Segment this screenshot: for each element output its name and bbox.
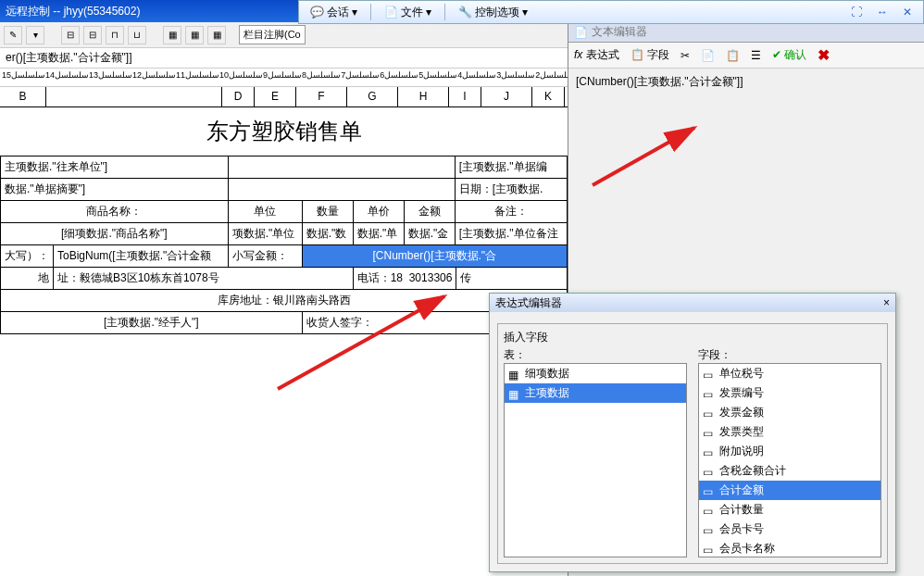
align-icon[interactable]: ⊓ <box>106 26 124 44</box>
field-icon: ▭ <box>703 466 716 477</box>
field-icon: ▭ <box>703 388 716 399</box>
table-row: 主项数据."往来单位"] [主项数据."单据编 <box>1 157 568 179</box>
dialog-titlebar[interactable]: 表达式编辑器 × <box>490 294 895 312</box>
field-listbox[interactable]: ▭单位税号▭发票编号▭发票金额▭发票类型▭附加说明▭含税金额合计▭合计金额▭合计… <box>698 363 881 557</box>
list-item[interactable]: ▭发票类型 <box>699 422 880 442</box>
report-grid: 主项数据."往来单位"] [主项数据."单据编 数据."单据摘要"] 日期：[主… <box>0 156 568 357</box>
control-options-button[interactable]: 🔧 控制选项 ▾ <box>453 3 533 22</box>
field-icon: ▭ <box>703 485 716 496</box>
cell[interactable] <box>228 157 455 179</box>
expression-editor-dialog: 表达式编辑器 × 插入字段 表： ▦细项数据▦主项数据 字段： ▭单位税号▭发票… <box>489 293 896 572</box>
cell[interactable]: 小写金额： <box>228 245 302 268</box>
copy-icon[interactable]: 📄 <box>701 49 715 62</box>
col-header[interactable]: J <box>481 87 532 106</box>
toolbar-icon[interactable]: ▾ <box>26 26 44 44</box>
list-item[interactable]: ▦细项数据 <box>505 364 686 383</box>
dialog-close-icon[interactable]: × <box>883 294 890 312</box>
selected-cell[interactable]: [CNumber()[主项数据."合 <box>302 245 567 268</box>
table-row: [细项数据."商品名称"] 项数据."单位 数据."数 数据."单 数据."金 … <box>1 223 568 245</box>
list-item[interactable]: ▭会员卡名称 <box>699 539 880 557</box>
col-header[interactable]: H <box>398 87 449 106</box>
grid-icon[interactable]: ▦ <box>207 26 226 44</box>
grid-icon[interactable]: ▦ <box>163 26 181 44</box>
footer-dropdown-label[interactable]: 栏目注脚(Co <box>239 25 306 44</box>
align-icon[interactable]: ⊔ <box>128 26 146 44</box>
table-row: 商品名称： 单位 数量 单价 金额 备注： <box>1 201 568 223</box>
col-header[interactable]: I <box>449 87 481 106</box>
col-header[interactable]: G <box>347 87 398 106</box>
list-icon[interactable]: ☰ <box>751 49 761 62</box>
cell[interactable]: 库房地址：银川路南头路西 <box>1 290 568 312</box>
list-item[interactable]: ▭合计数量 <box>699 500 880 520</box>
col-header[interactable]: E <box>255 87 296 106</box>
field-icon: ▭ <box>703 544 716 555</box>
close-toolbar-icon[interactable]: ✕ <box>897 4 918 20</box>
cell[interactable]: 址：毅德城B3区10栋东首1078号 <box>54 268 354 290</box>
cell[interactable]: [_RM_Page] <box>1 334 568 357</box>
cell[interactable]: 数据."数 <box>302 223 353 245</box>
cell[interactable]: [主项数据."经手人"] <box>1 312 303 334</box>
grid-icon[interactable]: ▦ <box>185 26 204 44</box>
table-icon: ▦ <box>508 388 521 399</box>
cut-icon[interactable]: ✂ <box>681 49 690 62</box>
align-icon[interactable]: ⊟ <box>61 26 80 44</box>
list-item[interactable]: ▭含税金额合计 <box>699 461 880 481</box>
list-item[interactable]: ▭会员卡号 <box>699 520 880 539</box>
cell[interactable]: 单位 <box>228 201 302 223</box>
expression-tab[interactable]: fx 表达式 <box>574 47 619 63</box>
col-header[interactable]: F <box>296 87 347 106</box>
file-button[interactable]: 📄 文件 ▾ <box>379 3 437 22</box>
cell[interactable]: 数据."金 <box>404 223 455 245</box>
paste-icon[interactable]: 📋 <box>726 49 740 62</box>
cell[interactable]: 金额 <box>404 201 455 223</box>
align-icon[interactable]: ⊟ <box>83 26 102 44</box>
list-item[interactable]: ▭附加说明 <box>699 442 880 461</box>
list-item[interactable]: ▭合计金额 <box>699 481 880 500</box>
col-header[interactable] <box>46 87 222 106</box>
table-listbox[interactable]: ▦细项数据▦主项数据 <box>504 363 687 557</box>
cell[interactable]: 项数据."单位 <box>228 223 302 245</box>
cell[interactable]: 地 <box>1 268 54 290</box>
cell[interactable] <box>228 179 455 201</box>
cell[interactable]: 传 <box>456 268 568 290</box>
cell[interactable]: 电话：18 3013306 <box>353 268 456 290</box>
session-button[interactable]: 💬 会话 ▾ <box>305 3 363 22</box>
cell[interactable]: 日期：[主项数据. <box>455 179 567 201</box>
confirm-button[interactable]: ✔ 确认 <box>772 47 806 63</box>
table-row: 库房地址：银川路南头路西 <box>1 290 568 312</box>
cell[interactable]: [主项数据."单位备注 <box>455 223 567 245</box>
list-item[interactable]: ▭单位税号 <box>699 364 880 383</box>
field-icon: ▭ <box>703 369 716 380</box>
cell[interactable]: 主项数据."往来单位"] <box>1 157 229 179</box>
cell[interactable]: 数据."单 <box>353 223 404 245</box>
tool-icon[interactable]: ⛶ <box>845 4 868 20</box>
cell[interactable]: [细项数据."商品名称"] <box>1 223 229 245</box>
cell[interactable]: ToBigNum([主项数据."合计金额 <box>54 245 229 268</box>
insert-field-label: 插入字段 <box>504 330 881 345</box>
formula-bar[interactable]: er()[主项数据."合计金额"]] <box>0 48 568 69</box>
col-header[interactable]: D <box>222 87 255 106</box>
cell[interactable]: 数量 <box>302 201 353 223</box>
cell[interactable]: [主项数据."单据编 <box>455 157 567 179</box>
col-header[interactable]: K <box>532 87 565 106</box>
field-tab[interactable]: 📋 字段 <box>631 47 669 63</box>
toolbar-icon[interactable]: ✎ <box>4 26 22 44</box>
list-item[interactable]: ▦主项数据 <box>505 383 686 403</box>
cell[interactable]: 数据."单据摘要"] <box>1 179 229 201</box>
table-row: [主项数据."经手人"] 收货人签字： <box>1 312 568 334</box>
cell[interactable]: 大写）： <box>1 245 54 268</box>
cell[interactable]: 单价 <box>353 201 404 223</box>
list-item[interactable]: ▭发票编号 <box>699 383 880 403</box>
cell[interactable]: 备注： <box>455 201 567 223</box>
col-header[interactable]: B <box>0 87 46 106</box>
list-item[interactable]: ▭发票金额 <box>699 403 880 422</box>
cancel-button[interactable]: ✖ <box>818 46 830 64</box>
field-icon: ▭ <box>703 407 716 419</box>
horizontal-ruler: سلسلسل1سلسلسل2سلسلسل3سلسلسل4سلسلسل5سلسلس… <box>0 69 568 87</box>
table-row: [_RM_Page] <box>1 334 568 357</box>
cell[interactable]: 商品名称： <box>1 201 229 223</box>
app-toolbar: 💬 会话 ▾ 📄 文件 ▾ 🔧 控制选项 ▾ ⛶ ↔ ✕ <box>298 0 924 24</box>
tool-icon[interactable]: ↔ <box>871 4 893 20</box>
expression-textarea[interactable]: [CNumber()[主项数据."合计金额"]] <box>568 69 924 106</box>
text-editor-title: 文本编辑器 <box>592 24 647 40</box>
